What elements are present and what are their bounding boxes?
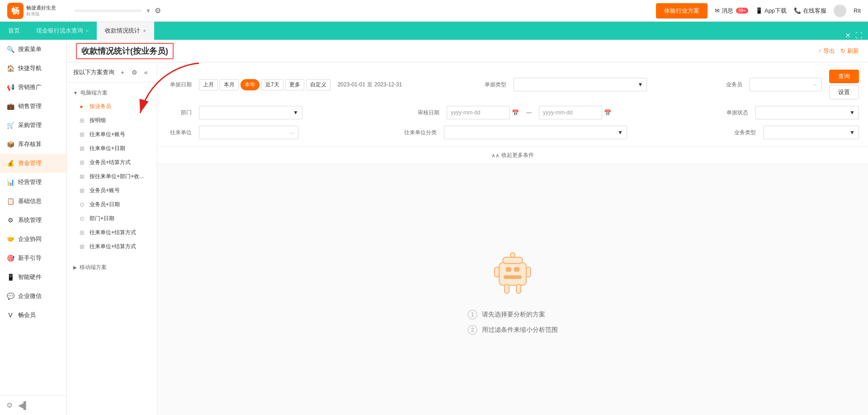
desktop-group-title[interactable]: ▼ 电脑端方案 <box>67 86 157 99</box>
dept-label: 部门 <box>166 109 192 117</box>
doc-type-dropdown-icon: ▼ <box>637 81 643 88</box>
sidebar-settings-icon[interactable]: ⚙ <box>6 401 13 410</box>
biz-type-select[interactable]: ▼ <box>763 126 859 139</box>
query-button[interactable]: 查询 <box>829 70 859 83</box>
scheme-item-salesperson-icon: ● <box>80 103 87 110</box>
sidebar-item-quicknav[interactable]: 🏠 快捷导航 <box>0 59 66 78</box>
review-date-to[interactable]: yyyy-mm-dd <box>539 106 602 119</box>
user-name: Rit <box>854 7 861 14</box>
calendar-icon-1[interactable]: 📅 <box>512 109 519 116</box>
user-avatar[interactable] <box>834 5 846 17</box>
scheme-settings-button[interactable]: ⚙ <box>130 68 139 77</box>
scheme-item-partner-settle1[interactable]: ⊞ 往来单位+结算方式 <box>67 226 157 240</box>
date-btn-this-year[interactable]: 本年 <box>241 79 259 90</box>
sidebar-item-system[interactable]: ⚙ 系统管理 <box>0 211 66 230</box>
mobile-group-title[interactable]: ▶ 移动端方案 <box>67 261 157 274</box>
scheme-item-sales-settlement[interactable]: ⊞ 业务员+结算方式 <box>67 156 157 170</box>
sidebar-item-marketing[interactable]: 📢 营销推广 <box>0 78 66 97</box>
page-content: 收款情况统计(按业务员) ↑ 导出 ↻ 刷新 按以下 <box>67 40 868 415</box>
date-btn-last-month[interactable]: 上月 <box>199 79 218 90</box>
export-button[interactable]: ↑ 导出 <box>819 47 835 55</box>
sidebar-item-wechat[interactable]: 💬 企业微信 <box>0 287 66 306</box>
settings-button[interactable]: 设置 <box>829 85 859 99</box>
sidebar-item-hardware[interactable]: 📱 智能硬件 <box>0 268 66 287</box>
tab-collection-stats-close[interactable]: × <box>143 28 146 33</box>
svg-point-9 <box>510 253 515 257</box>
scheme-item-partner-dept[interactable]: ⊠ 按往来单位+部门+收... <box>67 170 157 184</box>
date-btn-custom[interactable]: 自定义 <box>306 79 330 90</box>
app-download-action[interactable]: 📱 App下载 <box>755 7 787 15</box>
wechat-icon: 💬 <box>6 292 14 300</box>
page-title: 收款情况统计(按业务员) <box>76 43 174 59</box>
salesperson-select[interactable]: ··· <box>750 78 822 91</box>
sidebar-item-system-label: 系统管理 <box>18 216 42 224</box>
scheme-item-detail-label: 按明细 <box>90 117 106 124</box>
maximize-window-icon[interactable]: ⛶ <box>855 32 863 40</box>
tab-bank-flow[interactable]: 现金银行流水查询 × <box>28 22 97 40</box>
sidebar-item-basic[interactable]: 📋 基础信息 <box>0 192 66 211</box>
nav-dropdown-icon[interactable]: ▼ <box>146 8 151 14</box>
scheme-item-partner-date[interactable]: ⊠ 往来单位+日期 <box>67 141 157 156</box>
sidebar-item-member[interactable]: V 畅会员 <box>0 306 66 325</box>
filter-row-1: 单据日期 上月 本月 本年 近7天 更多 自定义 2023-01-01 <box>166 70 859 99</box>
sidebar-item-guide[interactable]: 🎯 新手引导 <box>0 249 66 268</box>
scheme-item-dept-date[interactable]: ⊙ 部门+日期 <box>67 212 157 226</box>
salesperson-label: 业务员 <box>724 81 742 89</box>
doc-type-select[interactable]: ▼ <box>514 78 647 91</box>
sidebar-collapse-icon[interactable]: ◀‌▌ <box>18 401 28 410</box>
scheme-item-detail[interactable]: ⊞ 按明细 <box>67 113 157 127</box>
system-icon: ⚙ <box>6 216 14 224</box>
tab-bank-flow-close[interactable]: × <box>86 28 89 33</box>
date-btn-more[interactable]: 更多 <box>285 79 304 90</box>
scheme-item-salesperson[interactable]: ● 按业务员 <box>67 99 157 113</box>
review-date-from[interactable]: yyyy-mm-dd <box>447 106 510 119</box>
sidebar-item-inventory[interactable]: 📦 库存核算 <box>0 135 66 154</box>
refresh-button[interactable]: ↻ 刷新 <box>840 47 859 55</box>
dept-select[interactable]: ▼ <box>199 106 302 119</box>
trial-button[interactable]: 体验行业方案 <box>656 3 708 19</box>
sidebar-item-collab[interactable]: 🤝 企业协同 <box>0 230 66 249</box>
partner-select[interactable]: ··· <box>199 126 298 139</box>
step-num-1: 1 <box>467 310 477 320</box>
close-window-icon[interactable]: ✕ <box>845 31 851 40</box>
message-label: 消息 <box>722 7 733 15</box>
scheme-item-sales-date[interactable]: ⊙ 业务员+日期 <box>67 198 157 212</box>
content-area: 🔍 搜索菜单 🏠 快捷导航 📢 营销推广 💼 销售管理 🛒 采购管理 📦 <box>0 40 868 415</box>
scheme-item-partner-dept-label: 按往来单位+部门+收... <box>90 173 144 180</box>
main-layout: 按以下方案查询 + ⚙ « ▼ 电脑端方案 ● 按业务员 <box>67 62 868 415</box>
message-action[interactable]: ✉ 消息 99+ <box>715 7 748 15</box>
scheme-item-partner-account[interactable]: ⊠ 往来单位+账号 <box>67 127 157 141</box>
scheme-item-partner-date-icon: ⊠ <box>80 145 87 152</box>
calendar-icon-2[interactable]: 📅 <box>604 109 611 116</box>
date-dash: — <box>526 109 532 116</box>
logo: 畅 畅捷通好生意 标准版 <box>7 3 74 19</box>
scheme-item-partner-settle2[interactable]: ⊠ 往来单位+结算方式 <box>67 240 157 254</box>
tab-bank-flow-label: 现金银行流水查询 <box>36 27 83 35</box>
scheme-panel-title: 按以下方案查询 <box>73 68 115 76</box>
collapse-bar[interactable]: ∧∧ 收起更多条件 <box>157 147 868 164</box>
guide-icon: 🎯 <box>6 254 14 262</box>
sidebar-item-operation[interactable]: 📊 经营管理 <box>0 173 66 192</box>
sidebar-item-sales-label: 销售管理 <box>18 102 42 110</box>
scheme-item-partner-date-label: 往来单位+日期 <box>90 145 125 152</box>
sidebar-item-purchase[interactable]: 🛒 采购管理 <box>0 116 66 135</box>
partner-more-icon[interactable]: ··· <box>289 129 294 136</box>
top-gear-icon[interactable]: ⚙ <box>155 6 161 15</box>
sidebar-item-purchase-label: 采购管理 <box>18 121 42 129</box>
sidebar-item-finance[interactable]: 💰 资金管理 <box>0 154 66 173</box>
scheme-add-button[interactable]: + <box>118 68 127 77</box>
sidebar-item-search[interactable]: 🔍 搜索菜单 <box>0 40 66 59</box>
tab-collection-stats[interactable]: 收款情况统计 × <box>97 22 154 40</box>
sidebar-item-sales[interactable]: 💼 销售管理 <box>0 97 66 116</box>
scheme-item-sales-account[interactable]: ⊠ 业务员+账号 <box>67 184 157 198</box>
svg-rect-7 <box>516 284 521 293</box>
scheme-item-dept-date-label: 部门+日期 <box>90 215 114 222</box>
tab-home[interactable]: 首页 <box>0 22 28 40</box>
doc-status-select[interactable]: ▼ <box>755 106 859 119</box>
partner-label: 往来单位 <box>166 129 192 137</box>
date-btn-this-month[interactable]: 本月 <box>220 79 239 90</box>
online-service-action[interactable]: 📞 在线客服 <box>794 7 826 15</box>
scheme-collapse-button[interactable]: « <box>142 68 151 77</box>
partner-category-select[interactable]: ▼ <box>444 126 627 139</box>
date-btn-7days[interactable]: 近7天 <box>261 79 283 90</box>
